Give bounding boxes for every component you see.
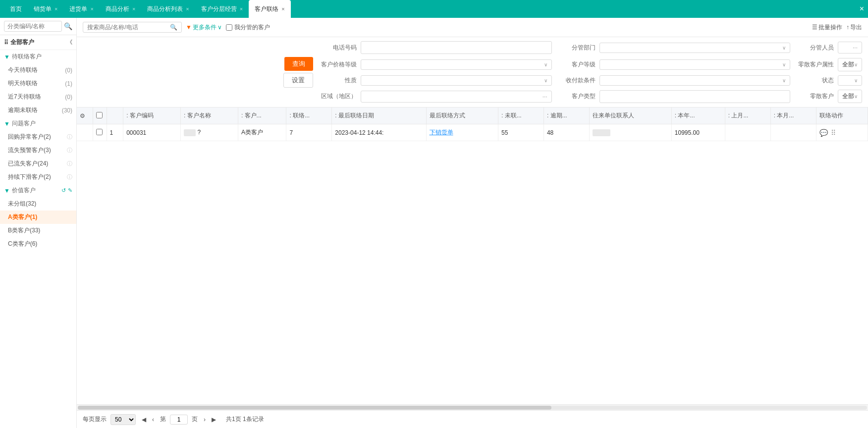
next-page-btn[interactable]: ›: [202, 415, 208, 424]
filter-status-label: 状态: [798, 76, 834, 85]
th-code: : 客户编码: [123, 107, 181, 124]
sidebar-item-unclassified[interactable]: 未分组(32): [0, 197, 76, 211]
filter-customer-level-label: 客户等级: [560, 60, 596, 69]
th-unit-contact: 往来单位联系人: [589, 107, 671, 124]
filter-payment-label: 收付款条件: [560, 76, 596, 85]
nav-customer-segment[interactable]: 客户分层经营 ×: [195, 0, 249, 18]
page-size-select[interactable]: 50 100 200: [110, 414, 136, 425]
close-purchase-tab[interactable]: ×: [90, 6, 93, 12]
my-customers-checkbox[interactable]: [226, 24, 232, 31]
td-last-month: [725, 124, 770, 141]
main-layout: 🔍 ⠿ 全部客户 《 ▼ 待联络客户 今天待联络 (0) 明天待联络 (1) 近…: [0, 18, 868, 428]
sidebar: 🔍 ⠿ 全部客户 《 ▼ 待联络客户 今天待联络 (0) 明天待联络 (1) 近…: [0, 18, 77, 428]
sidebar-item-b-class[interactable]: B类客户(33): [0, 224, 76, 237]
batch-op-btn[interactable]: ☰ 批量操作: [812, 23, 842, 32]
filter-payment: 收付款条件 ∨: [560, 75, 790, 86]
close-customer-segment-tab[interactable]: ×: [240, 6, 243, 12]
filter-customer-type-input[interactable]: [599, 90, 790, 103]
sidebar-item-churned[interactable]: 已流失客户(24) ⓘ: [0, 157, 76, 170]
info-icon3: ⓘ: [67, 160, 72, 167]
info-icon2: ⓘ: [67, 147, 72, 154]
main-search-area: 🔍: [83, 22, 182, 33]
filter-price-level-select[interactable]: ∨: [361, 59, 551, 70]
chat-icon[interactable]: 💬: [819, 129, 828, 137]
sidebar-item-tomorrow[interactable]: 明天待联络 (1): [0, 77, 76, 90]
td-overdue: 48: [543, 124, 589, 141]
filter-customer-type-label: 客户类型: [560, 92, 596, 101]
td-last-method: 下销货单: [426, 124, 498, 141]
th-name: : 客户名称: [181, 107, 238, 124]
sidebar-item-repurchase[interactable]: 回购异常客户(2) ⓘ: [0, 130, 76, 144]
filter-icon: ▼: [186, 24, 192, 31]
sidebar-item-c-class[interactable]: C类客户(6): [0, 237, 76, 251]
td-index: 1: [107, 124, 123, 141]
close-product-list-tab[interactable]: ×: [186, 6, 189, 12]
group-arrow-icon2: ▼: [4, 120, 10, 127]
filter-payment-select[interactable]: ∨: [599, 75, 790, 86]
select-all-checkbox[interactable]: [96, 112, 103, 118]
query-button[interactable]: 查询: [284, 57, 313, 71]
group-pending-contact[interactable]: ▼ 待联络客户: [0, 50, 76, 63]
filter-dept-select[interactable]: ∨: [599, 43, 790, 53]
sidebar-item-a-class[interactable]: A类客户(1): [0, 211, 76, 224]
td-this-year: 10995.00: [671, 124, 725, 141]
group-value-customers[interactable]: ▼ 价值客户 ↺ ✎: [0, 184, 76, 197]
filter-status-select[interactable]: ∨: [838, 75, 862, 86]
refresh-icon[interactable]: ↺: [61, 187, 66, 194]
filter-retail-attr-label: 零散客户属性: [798, 60, 834, 69]
nav-home[interactable]: 首页: [4, 0, 28, 18]
sidebar-item-today[interactable]: 今天待联络 (0): [0, 63, 76, 77]
chevron-down-icon: ∨: [217, 24, 222, 31]
collapse-icon[interactable]: 《: [67, 39, 72, 46]
row-checkbox[interactable]: [96, 129, 103, 135]
filter-btn-group: 查询 设置: [83, 57, 313, 88]
th-checkbox: [93, 107, 107, 124]
filter-retail-attr-select[interactable]: 全部∨: [838, 58, 862, 71]
sidebar-item-7days[interactable]: 近7天待联络 (0): [0, 90, 76, 104]
close-customer-contact-tab[interactable]: ×: [281, 6, 284, 12]
sidebar-item-overdue[interactable]: 逾期未联络 (30): [0, 104, 76, 117]
filter-phone-input[interactable]: [361, 41, 551, 54]
qr-icon[interactable]: ⠿: [831, 129, 836, 137]
th-gear[interactable]: ⚙: [77, 107, 93, 124]
filter-person: 分管人员 ···: [798, 42, 862, 54]
filter-customer-level-select[interactable]: ∨: [599, 59, 790, 70]
total-info: 共1页 1条记录: [226, 415, 264, 424]
nav-purchase[interactable]: 进货单 ×: [63, 0, 99, 18]
filter-region-input[interactable]: ···: [361, 91, 551, 103]
last-method-link[interactable]: 下销货单: [430, 129, 453, 136]
group-problem-customers[interactable]: ▼ 问题客户: [0, 117, 76, 130]
th-this-month: : 本月...: [770, 107, 816, 124]
nav-sales[interactable]: 销货单 ×: [28, 0, 63, 18]
nav-product-list[interactable]: 商品分析列表 ×: [141, 0, 195, 18]
sidebar-item-declining[interactable]: 持续下滑客户(2) ⓘ: [0, 170, 76, 184]
filter-dept: 分管部门 ∨: [560, 43, 790, 53]
edit-icon[interactable]: ✎: [68, 187, 72, 194]
export-btn[interactable]: ↑ 导出: [846, 23, 862, 32]
filter-nature-select[interactable]: ∨: [361, 75, 551, 86]
page-number-input[interactable]: [170, 415, 188, 425]
horizontal-scrollbar[interactable]: [77, 404, 868, 410]
scrollbar-thumb[interactable]: [78, 406, 551, 410]
filter-retail-select[interactable]: 全部∨: [838, 90, 862, 103]
category-search-input[interactable]: [4, 21, 62, 32]
batch-icon: ☰: [812, 24, 817, 31]
sidebar-item-churn-warning[interactable]: 流失预警客户(3) ⓘ: [0, 144, 76, 157]
category-search-icon[interactable]: 🔍: [64, 22, 72, 30]
td-last-date: 2023-04-12 14:44:: [332, 124, 426, 141]
th-overdue: : 逾期...: [543, 107, 589, 124]
all-customers-header[interactable]: ⠿ 全部客户 《: [0, 35, 76, 50]
close-window-icon[interactable]: ×: [860, 4, 864, 13]
filter-person-input[interactable]: ···: [838, 42, 862, 54]
last-page-btn[interactable]: ▶: [210, 415, 218, 424]
more-filter-btn[interactable]: ▼ 更多条件 ∨: [186, 23, 222, 32]
nav-product-analysis[interactable]: 商品分析 ×: [100, 0, 141, 18]
close-sales-tab[interactable]: ×: [54, 6, 57, 12]
settings-button[interactable]: 设置: [283, 73, 313, 88]
main-search-input[interactable]: [87, 24, 170, 31]
first-page-btn[interactable]: ◀: [140, 415, 148, 424]
prev-page-btn[interactable]: ‹: [150, 415, 156, 424]
nav-customer-contact[interactable]: 客户联络 ×: [249, 0, 290, 18]
main-search-icon[interactable]: 🔍: [170, 24, 177, 31]
close-product-analysis-tab[interactable]: ×: [132, 6, 135, 12]
